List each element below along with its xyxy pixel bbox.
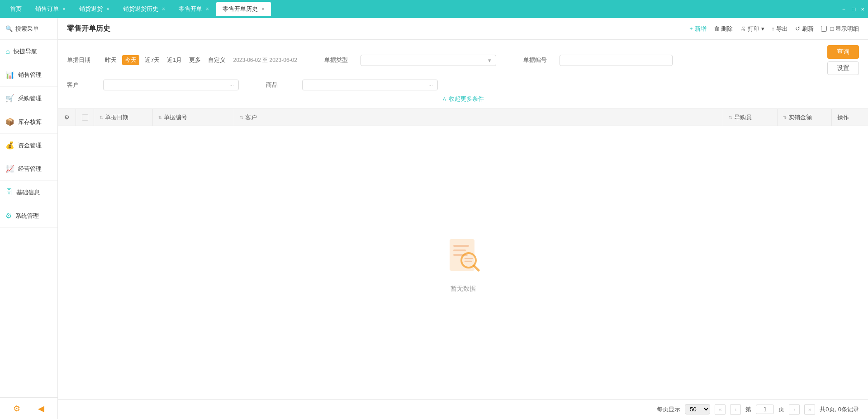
type-select[interactable]: ▾ bbox=[360, 55, 496, 66]
last-page-button[interactable]: » bbox=[804, 404, 815, 415]
goods-ellipsis: ··· bbox=[428, 82, 433, 88]
page-input[interactable] bbox=[756, 405, 774, 414]
svg-line-5 bbox=[474, 266, 479, 270]
home-icon: ⌂ bbox=[5, 47, 10, 56]
tab-sales-order[interactable]: 销售订单 × bbox=[29, 2, 72, 16]
sidebar-item-system[interactable]: ⚙ 系统管理 bbox=[0, 204, 57, 228]
print-button[interactable]: 🖨 打印 ▾ bbox=[740, 25, 764, 33]
tab-sales-order-close[interactable]: × bbox=[62, 6, 66, 12]
sidebar-item-inventory-label: 库存核算 bbox=[18, 118, 42, 126]
type-select-arrow: ▾ bbox=[488, 57, 491, 64]
money-icon: 💰 bbox=[5, 141, 14, 150]
th-guide: ⇅ 导购员 bbox=[723, 109, 778, 126]
sort-amount-icon[interactable]: ⇅ bbox=[783, 115, 787, 120]
refresh-button[interactable]: ↺ 刷新 bbox=[795, 25, 814, 33]
date-opt-1month[interactable]: 近1月 bbox=[165, 55, 184, 65]
first-page-button[interactable]: « bbox=[715, 404, 726, 415]
chart-icon: 📊 bbox=[5, 71, 14, 79]
tab-retail-open-history-close[interactable]: × bbox=[261, 6, 265, 12]
sort-customer-icon[interactable]: ⇅ bbox=[240, 115, 243, 120]
page-header: 零售开单历史 + 新增 🗑 删除 🖨 打印 ▾ ↑ 导出 ↺ 刷新 bbox=[58, 18, 868, 40]
customer-select[interactable]: ··· bbox=[103, 80, 239, 90]
customer-ellipsis: ··· bbox=[229, 82, 234, 88]
sidebar-item-system-label: 系统管理 bbox=[15, 212, 39, 220]
tab-sales-return[interactable]: 销货退货 × bbox=[73, 2, 116, 16]
new-button-label: + 新增 bbox=[689, 25, 706, 33]
sidebar-item-sales-mgmt[interactable]: 📊 销售管理 bbox=[0, 63, 57, 87]
select-all-checkbox[interactable] bbox=[82, 114, 88, 121]
tab-retail-open-label: 零售开单 bbox=[179, 5, 202, 13]
date-opt-yesterday[interactable]: 昨天 bbox=[103, 55, 119, 65]
th-amount-label: 实销金额 bbox=[788, 113, 812, 122]
date-opt-today[interactable]: 今天 bbox=[122, 55, 139, 65]
toolbar: + 新增 🗑 删除 🖨 打印 ▾ ↑ 导出 ↺ 刷新 □ 显示明细 bbox=[689, 25, 859, 33]
sidebar-item-sales-mgmt-label: 销售管理 bbox=[18, 71, 42, 79]
sidebar-collapse-button[interactable]: ◀ bbox=[38, 404, 44, 414]
tab-sales-return-label: 销货退货 bbox=[79, 5, 103, 13]
close-button[interactable]: × bbox=[861, 6, 864, 13]
maximize-button[interactable]: □ bbox=[852, 6, 856, 13]
date-range: 2023-06-02 至 2023-06-02 bbox=[233, 56, 297, 64]
date-opt-7days[interactable]: 近7天 bbox=[143, 55, 161, 65]
sort-date-icon[interactable]: ⇅ bbox=[100, 115, 103, 120]
minimize-button[interactable]: － bbox=[841, 5, 847, 13]
sidebar-item-purchase-mgmt[interactable]: 🛒 采购管理 bbox=[0, 87, 57, 110]
th-action-label: 操作 bbox=[837, 113, 849, 122]
sidebar-item-finance[interactable]: 💰 资金管理 bbox=[0, 134, 57, 157]
delete-button-label: 🗑 删除 bbox=[714, 25, 733, 33]
search-icon: 🔍 bbox=[5, 25, 13, 32]
tab-home[interactable]: 首页 bbox=[4, 2, 28, 16]
svg-rect-2 bbox=[453, 250, 466, 251]
sidebar-item-operation[interactable]: 📈 经营管理 bbox=[0, 157, 57, 181]
th-gear[interactable]: ⚙ bbox=[58, 109, 76, 126]
page-size-select[interactable]: 20 50 100 bbox=[685, 404, 710, 414]
tab-retail-open-history[interactable]: 零售开单历史 × bbox=[216, 2, 271, 16]
content-area: 零售开单历史 + 新增 🗑 删除 🖨 打印 ▾ ↑ 导出 ↺ 刷新 bbox=[58, 18, 868, 419]
tab-sales-return-close[interactable]: × bbox=[106, 6, 109, 12]
goods-label: 商品 bbox=[266, 81, 293, 89]
prev-page-icon: ‹ bbox=[735, 406, 736, 413]
gear-settings-icon[interactable]: ⚙ bbox=[64, 114, 70, 121]
sidebar-item-quick-nav[interactable]: ⌂ 快捷导航 bbox=[0, 40, 57, 63]
sort-guide-icon[interactable]: ⇅ bbox=[729, 115, 732, 120]
page-size-label: 每页显示 bbox=[657, 405, 680, 414]
refresh-button-label: ↺ 刷新 bbox=[795, 25, 814, 33]
empty-icon bbox=[441, 232, 486, 278]
collapse-more-button[interactable]: ∧ 收起更多条件 bbox=[67, 95, 859, 103]
sidebar-search[interactable]: 🔍 搜索采单 bbox=[0, 18, 57, 40]
tab-retail-open-close[interactable]: × bbox=[206, 6, 209, 12]
sort-num-icon[interactable]: ⇅ bbox=[158, 115, 162, 120]
query-button[interactable]: 查询 bbox=[827, 45, 859, 59]
tab-sales-return-history[interactable]: 销货退货历史 × bbox=[117, 2, 171, 16]
display-detail-button[interactable]: □ 显示明细 bbox=[821, 25, 859, 33]
tab-retail-open[interactable]: 零售开单 × bbox=[172, 2, 215, 16]
th-check[interactable] bbox=[76, 109, 94, 126]
goods-select[interactable]: ··· bbox=[302, 80, 438, 90]
tab-home-label: 首页 bbox=[10, 5, 22, 13]
sidebar: 🔍 搜索采单 ⌂ 快捷导航 📊 销售管理 🛒 采购管理 📦 库存核算 💰 资金管… bbox=[0, 18, 58, 419]
sidebar-settings-button[interactable]: ⚙ bbox=[13, 404, 20, 414]
trend-icon: 📈 bbox=[5, 165, 14, 173]
filter-row-2: 客户 ··· 商品 ··· bbox=[67, 80, 859, 90]
num-input[interactable] bbox=[560, 55, 673, 66]
empty-illustration bbox=[441, 232, 486, 278]
delete-button[interactable]: 🗑 删除 bbox=[714, 25, 733, 33]
next-page-button[interactable]: › bbox=[789, 404, 800, 415]
prev-page-button[interactable]: ‹ bbox=[730, 404, 741, 415]
date-label: 单据日期 bbox=[67, 56, 94, 64]
sidebar-item-purchase-mgmt-label: 采购管理 bbox=[18, 94, 42, 103]
customer-label: 客户 bbox=[67, 81, 94, 89]
pagination: 每页显示 20 50 100 « ‹ 第 页 › bbox=[58, 399, 868, 419]
top-nav: 首页 销售订单 × 销货退货 × 销货退货历史 × 零售开单 × 零售开单历史 … bbox=[0, 0, 868, 18]
gear-icon: ⚙ bbox=[5, 212, 12, 220]
sidebar-item-basic-info[interactable]: 🗄 基础信息 bbox=[0, 181, 57, 204]
th-num: ⇅ 单据编号 bbox=[153, 109, 234, 126]
sidebar-item-inventory[interactable]: 📦 库存核算 bbox=[0, 110, 57, 134]
date-opt-custom[interactable]: 自定义 bbox=[206, 55, 228, 65]
setting-button[interactable]: 设置 bbox=[827, 61, 859, 75]
date-opt-more[interactable]: 更多 bbox=[187, 55, 203, 65]
tab-sales-return-history-close[interactable]: × bbox=[162, 6, 165, 12]
display-detail-checkbox[interactable] bbox=[821, 26, 827, 32]
export-button[interactable]: ↑ 导出 bbox=[772, 25, 788, 33]
new-button[interactable]: + 新增 bbox=[689, 25, 706, 33]
